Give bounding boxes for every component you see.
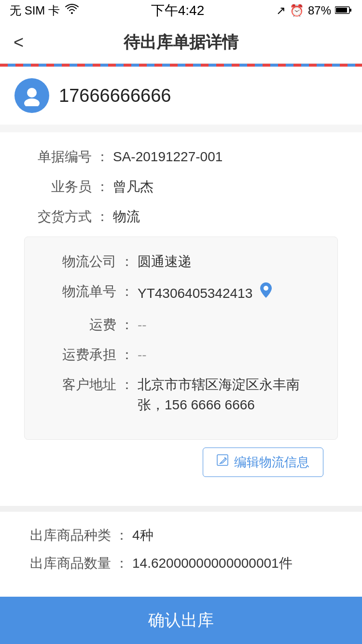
person-icon	[21, 85, 42, 106]
svg-point-4	[27, 88, 37, 98]
goods-section: 出库商品种类 ： 4种 出库商品数量 ： 14.6200000000000000…	[0, 512, 362, 597]
section-divider	[0, 506, 362, 512]
svg-rect-3	[336, 8, 347, 13]
logistics-company-row: 物流公司 ： 圆通速递	[49, 252, 313, 272]
svg-point-6	[264, 286, 268, 291]
edit-logistics-button[interactable]: 编辑物流信息	[203, 448, 323, 477]
alarm-icon: ⏰	[290, 4, 304, 17]
carrier-text: 无 SIM 卡	[10, 3, 60, 18]
status-time: 下午4:42	[151, 1, 205, 20]
status-right: ↗ ⏰ 87%	[276, 4, 352, 17]
customer-phone: 17666666666	[59, 85, 171, 106]
freight-label: 运费	[49, 315, 116, 335]
delivery-method-value: 物流	[113, 207, 338, 227]
freight-bearer-value: --	[138, 345, 313, 365]
battery-text: 87%	[308, 4, 331, 17]
document-no-value: SA-20191227-001	[113, 147, 338, 167]
svg-point-5	[24, 98, 40, 106]
goods-types-label: 出库商品种类	[24, 526, 111, 545]
confirm-button[interactable]: 确认出库	[0, 597, 362, 644]
nav-bar: < 待出库单据详情	[0, 21, 362, 64]
document-no-label: 单据编号	[24, 147, 92, 167]
address-row: 客户地址 ： 北京市市辖区海淀区永丰南 张，156 6666 6666	[49, 375, 313, 415]
confirm-label: 确认出库	[148, 609, 214, 631]
logistics-card: 物流公司 ： 圆通速递 物流单号 ： YT4306405342413	[24, 237, 338, 440]
avatar	[14, 78, 49, 113]
document-no-row: 单据编号 ： SA-20191227-001	[24, 147, 338, 167]
edit-btn-row: 编辑物流信息	[24, 448, 338, 491]
goods-types-value: 4种	[132, 526, 153, 545]
delivery-method-label: 交货方式	[24, 207, 92, 227]
address-label: 客户地址	[49, 375, 116, 395]
tracking-no-value: YT4306405342413	[138, 281, 313, 305]
location-icon: ↗	[276, 4, 286, 17]
goods-quantity-row: 出库商品数量 ： 14.62000000000000001件	[24, 554, 338, 573]
edit-icon	[217, 454, 229, 470]
freight-row: 运费 ： --	[49, 315, 313, 335]
svg-point-0	[71, 12, 73, 14]
wifi-icon	[65, 4, 79, 17]
svg-rect-7	[217, 455, 228, 465]
salesman-value: 曾凡杰	[113, 177, 338, 197]
status-bar: 无 SIM 卡 下午4:42 ↗ ⏰ 87%	[0, 0, 362, 21]
salesman-label: 业务员	[24, 177, 92, 197]
page-title: 待出库单据详情	[124, 31, 238, 54]
goods-quantity-label: 出库商品数量	[24, 554, 111, 573]
battery-icon	[335, 4, 352, 17]
tracking-location-icon[interactable]	[258, 281, 274, 305]
goods-types-row: 出库商品种类 ： 4种	[24, 526, 338, 545]
customer-section: 17666666666	[0, 67, 362, 125]
edit-logistics-label: 编辑物流信息	[234, 454, 309, 471]
logistics-company-value: 圆通速递	[138, 252, 313, 272]
tracking-no-label: 物流单号	[49, 281, 116, 302]
delivery-method-row: 交货方式 ： 物流	[24, 207, 338, 227]
freight-bearer-row: 运费承担 ： --	[49, 345, 313, 365]
svg-rect-2	[349, 9, 351, 12]
freight-value: --	[138, 315, 313, 335]
back-button[interactable]: <	[14, 32, 24, 53]
tracking-no-row: 物流单号 ： YT4306405342413	[49, 281, 313, 305]
address-value: 北京市市辖区海淀区永丰南 张，156 6666 6666	[138, 375, 313, 415]
goods-quantity-value: 14.62000000000000001件	[132, 554, 292, 573]
status-left: 无 SIM 卡	[10, 3, 79, 18]
order-info-section: 单据编号 ： SA-20191227-001 业务员 ： 曾凡杰 交货方式 ： …	[0, 132, 362, 506]
salesman-row: 业务员 ： 曾凡杰	[24, 177, 338, 197]
freight-bearer-label: 运费承担	[49, 345, 116, 365]
logistics-company-label: 物流公司	[49, 252, 116, 272]
